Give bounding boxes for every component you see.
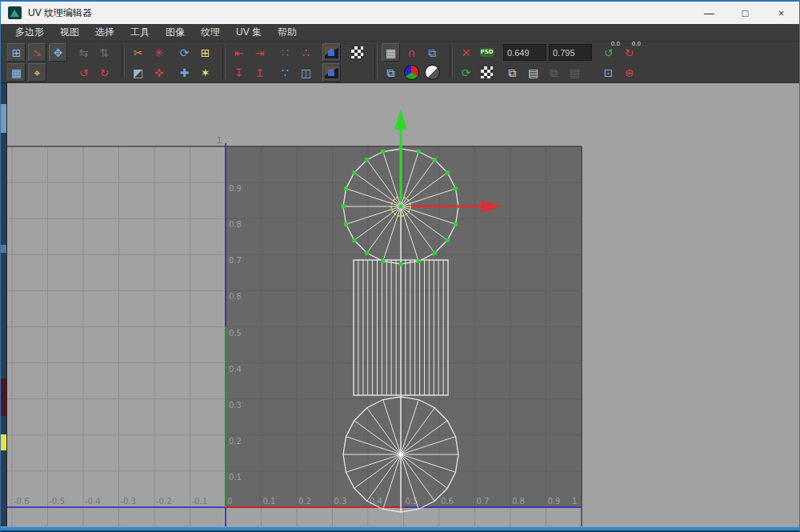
rotate-ccw-angle-icon-value: 0.0: [611, 42, 620, 47]
align-uvs-right-icon[interactable]: ⇥: [250, 43, 269, 62]
manipulator-v-arrowhead[interactable]: [394, 109, 407, 130]
display-image-icon[interactable]: [322, 43, 341, 62]
menu-item-0[interactable]: 多边形: [7, 23, 52, 42]
menu-bar: 多边形视图选择工具图像纹理UV 集帮助: [1, 24, 799, 42]
u-coordinate-field[interactable]: [503, 44, 546, 61]
selected-uv-point: [454, 186, 458, 190]
checker-map-icon[interactable]: [348, 43, 366, 62]
selected-uv-point: [352, 170, 356, 174]
selected-uv-center: [399, 205, 403, 209]
force-editor-refresh-icon[interactable]: ⟳: [457, 63, 475, 82]
uv-viewport[interactable]: -0.6-0.5-0.4-0.3-0.2-0.100.10.20.30.40.5…: [1, 83, 799, 526]
sew-uv-shell-icon[interactable]: ✚: [175, 63, 194, 82]
rotate-ccw-angle-icon[interactable]: ↺0.0: [599, 43, 618, 62]
menu-item-4[interactable]: 图像: [158, 23, 193, 42]
relax-uvs-icon[interactable]: ✶: [196, 63, 214, 82]
psd-export-icon[interactable]: PSD: [478, 43, 496, 62]
align-uvs-left-icon[interactable]: ⇤: [230, 43, 248, 62]
x-tick-label: 1: [572, 497, 577, 506]
selected-uv-point: [365, 251, 369, 255]
uv-grid-canvas[interactable]: -0.6-0.5-0.4-0.3-0.2-0.100.10.20.30.40.5…: [1, 83, 800, 526]
selected-uv-point: [433, 251, 437, 255]
snap-uvs-icon[interactable]: ∵: [276, 63, 294, 82]
selected-uv-point: [381, 259, 385, 263]
minimize-button[interactable]: —: [691, 2, 727, 24]
x-tick-label: 0.6: [441, 497, 454, 506]
rotate-cw-angle-icon-value: 0.0: [632, 42, 641, 47]
app-icon: [8, 6, 22, 19]
menu-item-6[interactable]: UV 集: [228, 23, 270, 42]
y-tick-label: 0.2: [229, 437, 242, 446]
texture-refresh-group: ✕PSD⟳: [457, 43, 496, 82]
match-uvs-icon[interactable]: ◫: [297, 63, 315, 82]
pin-uvs-icon[interactable]: ⊕: [620, 63, 638, 82]
selected-uv-point: [381, 150, 385, 154]
window-title: UV 纹理编辑器: [28, 6, 92, 20]
split-uvs-icon[interactable]: ✳: [150, 43, 168, 62]
selected-uv-point: [342, 205, 346, 209]
cut-uv-edges-icon[interactable]: ✂: [129, 43, 147, 62]
toolbar-separator: [374, 44, 378, 79]
menu-item-7[interactable]: 帮助: [270, 23, 305, 42]
menu-item-2[interactable]: 选择: [87, 23, 122, 42]
snap-magnet-icon[interactable]: ∩: [402, 43, 421, 62]
menu-item-1[interactable]: 视图: [52, 23, 87, 42]
update-psd-networks-icon[interactable]: [322, 63, 341, 82]
rotate-cw-angle-icon[interactable]: ↻0.0: [620, 43, 638, 62]
uv-lattice-tool-icon[interactable]: ⊞: [7, 43, 26, 62]
selected-uv-point: [365, 158, 369, 162]
uv-tool-buttons: ⊞➘✥▦⌖: [7, 43, 67, 82]
v-coordinate-field[interactable]: [549, 44, 592, 61]
tweak-uv-mode-icon[interactable]: ⊡: [599, 63, 618, 82]
selected-uv-point: [344, 186, 348, 190]
display-image-borders-icon[interactable]: ⧉: [382, 63, 400, 82]
x-tick-label: 0.3: [334, 497, 347, 506]
x-tick-label: -0.1: [192, 497, 208, 506]
isolate-select-icon[interactable]: ✕: [457, 43, 475, 62]
align-uvs-up-icon[interactable]: ↥: [250, 63, 269, 82]
bottom-cap-center: [399, 453, 403, 457]
flip-u-icon[interactable]: ⇆: [74, 43, 93, 62]
copy-uvs-icon[interactable]: ⧉: [503, 63, 522, 82]
flip-v-icon[interactable]: ⇅: [95, 43, 114, 62]
flip-rotate-group: ⇆⇅↺↻: [74, 43, 114, 82]
menu-item-5[interactable]: 纹理: [193, 23, 228, 42]
distribute-u-icon[interactable]: ∷: [276, 43, 294, 62]
paste-disabled-icon[interactable]: ▤: [566, 63, 584, 82]
pixel-snap-icon[interactable]: ▦: [382, 43, 400, 62]
x-tick-label: -0.6: [14, 497, 30, 506]
menu-item-3[interactable]: 工具: [122, 23, 158, 42]
rotate-uvs-ccw-icon[interactable]: ↺: [74, 63, 93, 82]
close-button[interactable]: ×: [763, 2, 799, 24]
toolbar: ⊞➘✥▦⌖⇆⇅↺↻✂✳◩✜⟳⊞✚✶⇤⇥↧↥∷∴∵◫▦∩⧉⧉✕PSD⟳⧉▤⧉▤↺0…: [1, 42, 799, 83]
move-uv-shell-tool-icon[interactable]: ✥: [49, 43, 67, 62]
selected-uv-point: [352, 238, 356, 242]
maximize-button[interactable]: □: [727, 2, 763, 24]
selected-uv-point: [446, 238, 450, 242]
display-alpha-channel-icon[interactable]: [423, 63, 442, 82]
x-tick-label: -0.5: [50, 497, 66, 506]
uv-snapshot-icon[interactable]: [478, 63, 496, 82]
distribute-v-icon[interactable]: ∴: [297, 43, 315, 62]
paste-uvs-icon[interactable]: ▤: [524, 63, 542, 82]
rotate-uvs-cw-icon[interactable]: ↻: [95, 63, 114, 82]
cut-sew-group: ✂✳◩✜: [129, 43, 168, 82]
sliver-segment: [1, 104, 6, 133]
move-and-sew-icon[interactable]: ✜: [150, 63, 168, 82]
align-uvs-down-icon[interactable]: ↧: [230, 63, 248, 82]
coords-group: ⧉▤⧉▤: [503, 43, 592, 82]
uv-lattice-deform-icon[interactable]: ▦: [7, 63, 26, 82]
uv-smudge-tool-icon[interactable]: ➘: [28, 43, 46, 62]
unfold-uvs-icon[interactable]: ⟳: [175, 43, 194, 62]
selected-uv-point: [446, 170, 450, 174]
rotate-value-group: ↺0.0↻0.0⊡⊕: [599, 43, 638, 82]
x-tick-label: 0.4: [370, 497, 382, 506]
copy-disabled-icon[interactable]: ⧉: [545, 63, 563, 82]
select-shortest-path-icon[interactable]: ⌖: [28, 63, 46, 82]
display-rgb-channels-icon[interactable]: [402, 63, 421, 82]
grab-uv-border-icon[interactable]: ◩: [129, 63, 147, 82]
layout-uvs-icon[interactable]: ⊞: [196, 43, 214, 62]
x-tick-label: 0.1: [263, 497, 276, 506]
toolbar-separator: [222, 44, 226, 79]
shade-uvs-icon[interactable]: ⧉: [423, 43, 442, 62]
